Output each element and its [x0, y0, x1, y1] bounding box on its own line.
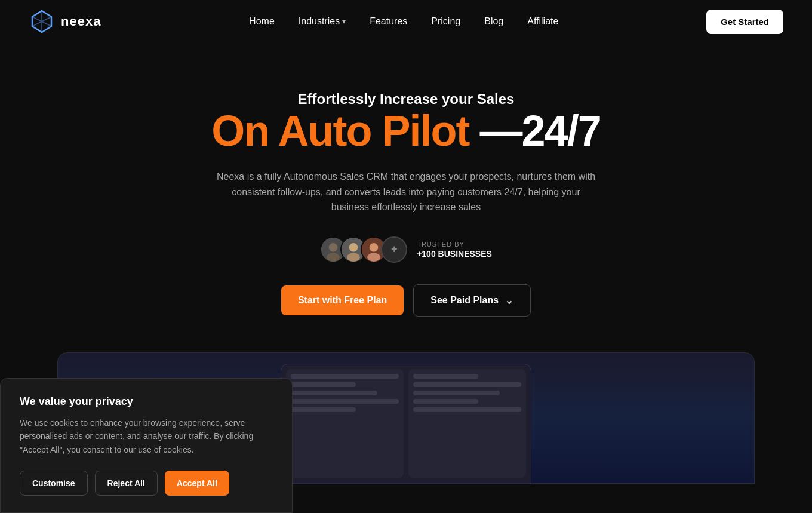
cookie-text: We use cookies to enhance your browsing … [20, 416, 273, 456]
dash-panel-right [408, 369, 526, 478]
logo-icon [29, 8, 55, 35]
hero-orange-text: On Auto Pilot [211, 107, 469, 155]
dash-line-2 [291, 399, 399, 404]
cookie-reject-button[interactable]: Reject All [95, 471, 158, 496]
trusted-number: +100 [417, 249, 436, 259]
nav-pricing[interactable]: Pricing [422, 11, 470, 32]
dash-line-r2 [413, 382, 521, 387]
trusted-label: TRUSTED BY [417, 240, 492, 248]
dash-line-r5 [413, 407, 521, 412]
hero-title: Effortlessly Increase your Sales On Auto… [29, 91, 783, 155]
svg-point-1 [329, 243, 338, 252]
dash-line-r3 [413, 391, 500, 395]
cookie-buttons: Customise Reject All Accept All [20, 471, 273, 496]
svg-point-7 [370, 243, 379, 252]
trusted-section: + TRUSTED BY +100 BUSINESSES [29, 236, 783, 263]
hero-subtitle: Neexa is a fully Autonomous Sales CRM th… [215, 169, 597, 215]
dashboard-inner [281, 364, 531, 483]
dash-line-r1 [413, 374, 478, 379]
dash-line [291, 374, 399, 379]
hero-line1: Effortlessly Increase your Sales [29, 91, 783, 107]
free-plan-button[interactable]: Start with Free Plan [281, 285, 404, 315]
svg-point-5 [347, 253, 360, 262]
svg-point-2 [327, 253, 340, 262]
nav-features[interactable]: Features [360, 11, 417, 32]
nav-affiliate[interactable]: Affiliate [518, 11, 568, 32]
svg-point-8 [367, 253, 380, 262]
nav-home[interactable]: Home [239, 11, 284, 32]
dash-line-med [291, 391, 377, 395]
trusted-text: TRUSTED BY +100 BUSINESSES [417, 240, 492, 259]
dash-line-r4 [413, 399, 478, 404]
cookie-banner: We value your privacy We use cookies to … [0, 378, 293, 513]
cta-buttons: Start with Free Plan See Paid Plans ⌄ [29, 284, 783, 317]
paid-plans-button[interactable]: See Paid Plans ⌄ [413, 284, 531, 317]
cookie-accept-button[interactable]: Accept All [165, 471, 229, 496]
trusted-suffix: BUSINESSES [438, 249, 492, 259]
trusted-count: +100 BUSINESSES [417, 248, 492, 259]
logo[interactable]: neexa [29, 8, 101, 35]
svg-point-4 [349, 243, 358, 252]
avatar-group: + [320, 236, 407, 263]
get-started-button[interactable]: Get Started [706, 10, 783, 34]
avatar-plus: + [381, 236, 407, 263]
avatar-plus-icon: + [391, 243, 398, 256]
dash-line-short-2 [291, 407, 356, 412]
hero-line2: On Auto Pilot —24/7 [211, 107, 600, 155]
nav-links: Home Industries ▾ Features Pricing Blog … [239, 11, 568, 32]
paid-plans-chevron-icon: ⌄ [505, 294, 513, 307]
dash-line-short [291, 382, 356, 387]
cookie-customise-button[interactable]: Customise [20, 471, 88, 496]
hero-white-text: —24/7 [480, 107, 601, 155]
industries-chevron-icon: ▾ [342, 17, 346, 26]
logo-text: neexa [61, 14, 101, 29]
nav-industries[interactable]: Industries ▾ [289, 11, 355, 32]
paid-plans-label: See Paid Plans [430, 295, 499, 306]
nav-blog[interactable]: Blog [475, 11, 513, 32]
cookie-title: We value your privacy [20, 395, 273, 408]
navbar: neexa Home Industries ▾ Features Pricing… [0, 0, 812, 43]
dash-panel-left [286, 369, 404, 478]
